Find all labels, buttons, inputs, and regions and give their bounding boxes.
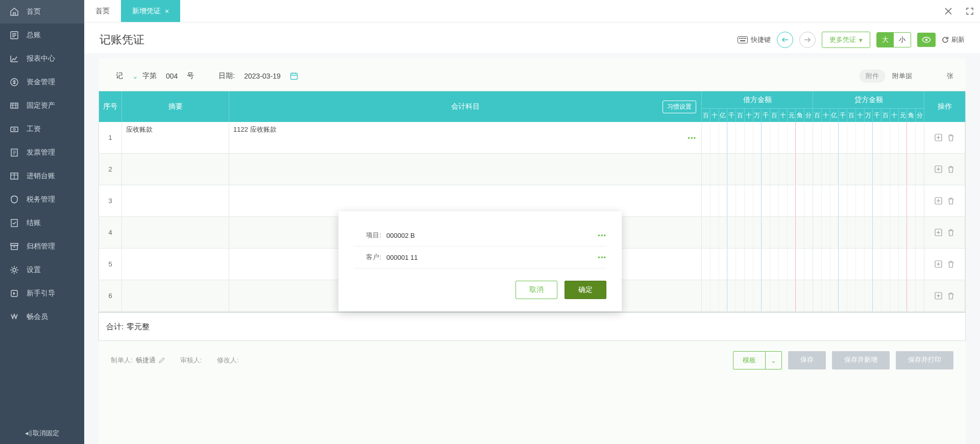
delete-row-icon[interactable]	[947, 134, 954, 141]
summary-cell[interactable]	[122, 280, 229, 311]
amount-cell[interactable]	[813, 217, 924, 248]
delete-row-icon[interactable]	[947, 229, 954, 236]
summary-cell[interactable]	[122, 217, 229, 248]
add-row-icon[interactable]	[935, 292, 942, 300]
credit-title: 贷方金额	[813, 91, 924, 109]
total-amount: 零元整	[127, 322, 150, 332]
visibility-button[interactable]	[917, 33, 936, 47]
unit-cell: 角	[796, 109, 804, 122]
add-row-icon[interactable]	[935, 197, 942, 205]
add-row-icon[interactable]	[935, 260, 942, 268]
refresh-button[interactable]: 刷新	[942, 35, 965, 44]
field-value[interactable]: 000001 11	[386, 254, 598, 261]
svg-rect-3	[11, 127, 18, 132]
sidebar-item-stock[interactable]: 进销台账	[0, 164, 84, 188]
hao-label: 号	[187, 71, 194, 81]
unit-cell: 亿	[830, 109, 839, 122]
cancel-button[interactable]: 取消	[516, 281, 557, 299]
amount-cell[interactable]	[702, 154, 813, 185]
voucher-number[interactable]: 004	[161, 71, 183, 81]
reviewer-label: 审核人:	[180, 356, 202, 365]
row-no: 4	[99, 217, 122, 248]
save-button[interactable]: 保存	[788, 351, 826, 369]
page-header: 记账凭证 快捷键 更多凭证 ▾ 大 小 刷	[84, 22, 980, 53]
prev-button[interactable]	[777, 32, 793, 48]
confirm-button[interactable]: 确定	[565, 281, 606, 299]
chevron-down-icon[interactable]: ⌄	[765, 352, 781, 369]
sidebar-item-tax[interactable]: 税务管理	[0, 188, 84, 211]
attachment-count-input[interactable]	[915, 70, 944, 82]
size-big-button[interactable]: 大	[877, 33, 894, 47]
summary-cell[interactable]: 应收账款	[122, 122, 229, 153]
size-small-button[interactable]: 小	[894, 33, 911, 47]
amount-cell[interactable]	[813, 280, 924, 311]
delete-row-icon[interactable]	[947, 165, 954, 173]
amount-cell[interactable]	[813, 122, 924, 153]
habit-settings-button[interactable]: 习惯设置	[663, 101, 696, 113]
add-row-icon[interactable]	[935, 229, 942, 236]
account-cell[interactable]: 1122 应收账款•••	[229, 122, 702, 153]
sidebar-item-salary[interactable]: 工资	[0, 117, 84, 141]
more-icon[interactable]: •••	[598, 232, 606, 239]
sidebar-item-vip[interactable]: 畅会员	[0, 305, 84, 329]
chart-icon	[9, 54, 19, 64]
summary-cell[interactable]	[122, 185, 229, 216]
amount-cell[interactable]	[702, 249, 813, 280]
summary-cell[interactable]	[122, 249, 229, 280]
window-close-icon[interactable]	[941, 4, 955, 18]
col-no-header: 序号	[99, 91, 122, 122]
sidebar-unpin[interactable]: ◂‖取消固定	[0, 423, 84, 444]
close-icon[interactable]: ×	[165, 7, 169, 15]
next-button[interactable]	[799, 32, 816, 48]
sidebar-item-ledger[interactable]: 总账	[0, 23, 84, 47]
more-icon[interactable]: •••	[688, 134, 696, 141]
save-add-button[interactable]: 保存并新增	[832, 351, 890, 369]
sidebar-item-close[interactable]: 结账	[0, 211, 84, 235]
shortcut-button[interactable]: 快捷键	[738, 35, 771, 44]
tab-new-voucher[interactable]: 新增凭证 ×	[121, 0, 180, 22]
voucher-date[interactable]: 2023-03-19	[244, 72, 281, 80]
unit-cell: 万	[865, 109, 873, 122]
field-value[interactable]: 000002 B	[386, 232, 598, 239]
sidebar-item-home[interactable]: 首页	[0, 0, 84, 23]
sidebar-item-archive[interactable]: 归档管理	[0, 235, 84, 258]
amount-cell[interactable]	[702, 122, 813, 153]
amount-cell[interactable]	[813, 154, 924, 185]
amount-cell[interactable]	[702, 280, 813, 311]
page-title: 记账凭证	[100, 32, 738, 47]
fullscreen-icon[interactable]	[963, 4, 977, 18]
row-no: 2	[99, 154, 122, 185]
more-icon[interactable]: •••	[598, 254, 606, 261]
account-cell[interactable]	[229, 154, 702, 185]
delete-row-icon[interactable]	[947, 197, 954, 205]
sidebar-item-invoice[interactable]: 发票管理	[0, 141, 84, 164]
calendar-icon[interactable]	[290, 72, 298, 80]
chevron-down-icon[interactable]: ⌄	[132, 72, 138, 80]
tab-home[interactable]: 首页	[84, 0, 121, 22]
summary-cell[interactable]	[122, 154, 229, 185]
attach-ext-unit: 张	[947, 71, 953, 81]
field-label: 客户:	[354, 253, 381, 262]
add-row-icon[interactable]	[935, 134, 942, 141]
sidebar-item-asset[interactable]: 固定资产	[0, 94, 84, 117]
save-print-button[interactable]: 保存并打印	[896, 351, 953, 369]
amount-cell[interactable]	[702, 217, 813, 248]
delete-row-icon[interactable]	[947, 260, 954, 268]
template-button[interactable]: 模板 ⌄	[733, 351, 782, 369]
delete-row-icon[interactable]	[947, 292, 954, 300]
sidebar-item-guide[interactable]: 新手引导	[0, 282, 84, 305]
voucher-word[interactable]: 记	[111, 70, 128, 82]
sidebar-item-gear[interactable]: 设置	[0, 258, 84, 282]
attachment-button[interactable]: 附件	[860, 69, 885, 83]
amount-cell[interactable]	[813, 249, 924, 280]
voucher-meta: 记 ⌄ 字第 004 号 日期: 2023-03-19 附件 附单据 张	[99, 58, 966, 91]
add-row-icon[interactable]	[935, 165, 942, 173]
sidebar-item-label: 进销台账	[27, 171, 55, 181]
edit-icon[interactable]	[159, 357, 165, 363]
sidebar-item-fund[interactable]: 资金管理	[0, 70, 84, 94]
sidebar-item-label: 新手引导	[27, 289, 55, 298]
more-vouchers-button[interactable]: 更多凭证 ▾	[822, 32, 870, 48]
sidebar-item-chart[interactable]: 报表中心	[0, 47, 84, 70]
amount-cell[interactable]	[702, 185, 813, 216]
amount-cell[interactable]	[813, 185, 924, 216]
